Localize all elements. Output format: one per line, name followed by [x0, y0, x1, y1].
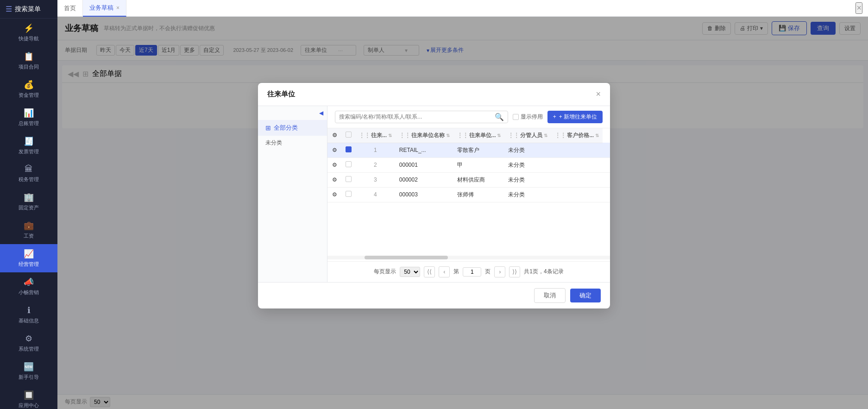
row-code: 000003: [396, 187, 453, 202]
sidebar-item-salary[interactable]: 💼 工资: [0, 216, 57, 244]
tab-home[interactable]: 首页: [57, 0, 83, 17]
per-page-select[interactable]: 50: [400, 267, 420, 277]
row-checkbox[interactable]: [341, 172, 355, 187]
sidebar-item-guide[interactable]: 🆕 新手引导: [0, 357, 57, 385]
sidebar-item-label: 系统管理: [19, 346, 39, 352]
project-icon: 📋: [24, 51, 34, 62]
quick-nav-icon: ⚡: [24, 23, 34, 33]
last-page-btn[interactable]: ⟩⟩: [509, 266, 520, 277]
modal-scrollbar[interactable]: [327, 256, 610, 259]
row-manager: [551, 157, 603, 172]
row-price: [603, 187, 610, 202]
row-checkbox[interactable]: [341, 187, 355, 202]
row-price: [603, 172, 610, 187]
sidebar-item-marketing[interactable]: 📣 小畅营销: [0, 272, 57, 301]
row-checkbox[interactable]: [341, 143, 355, 157]
per-page-label: 每页显示: [374, 268, 396, 276]
sidebar-item-system[interactable]: ⚙ 系统管理: [0, 329, 57, 357]
sidebar-item-label: 工资: [24, 233, 34, 239]
row-select-checkbox[interactable]: [346, 176, 352, 182]
modal-table: ⚙ ⋮⋮往来... ⇅ ⋮⋮往来单位名称 ⇅ ⋮⋮往来单位... ⇅ ⋮⋮分管人…: [327, 128, 610, 254]
modal-header: 往来单位 ×: [258, 83, 610, 106]
inactive-checkbox[interactable]: [513, 114, 519, 120]
system-icon: ⚙: [25, 333, 32, 344]
topbar: 首页 业务草稿 × ×: [57, 0, 868, 17]
col-check: [341, 128, 355, 143]
category-unclassified[interactable]: 未分类: [258, 136, 327, 150]
menu-icon: ☰: [6, 5, 12, 13]
next-page-btn[interactable]: ›: [494, 266, 505, 277]
plus-icon: +: [553, 113, 556, 120]
row-name: 材料供应商: [453, 172, 505, 187]
confirm-button[interactable]: 确定: [570, 289, 601, 302]
sidebar-item-project-contract[interactable]: 📋 项目合同: [0, 47, 57, 75]
sidebar-item-fixed-assets[interactable]: 🏢 固定资产: [0, 188, 57, 216]
sidebar-item-app-center[interactable]: 🔲 应用中心: [0, 385, 57, 409]
sidebar-item-fund-management[interactable]: 💰 资金管理: [0, 75, 57, 103]
search-input-wrap[interactable]: 🔍: [335, 111, 508, 123]
page-label: 第: [453, 268, 459, 276]
sidebar-item-label: 应用中心: [19, 402, 39, 409]
modal-close-button[interactable]: ×: [596, 89, 601, 99]
sidebar-item-quick-nav[interactable]: ⚡ 快捷导航: [0, 19, 57, 47]
sidebar-item-invoice[interactable]: 🧾 发票管理: [0, 132, 57, 160]
sidebar-item-label: 经营管理: [19, 261, 39, 268]
table-row[interactable]: ⚙ 1 RETAIL_... 零散客户 未分类: [327, 143, 610, 157]
salary-icon: 💼: [24, 220, 34, 231]
select-all-checkbox[interactable]: [346, 132, 352, 138]
search-input[interactable]: [339, 113, 495, 120]
sidebar-logo-label: 搜索菜单: [15, 5, 41, 13]
sidebar-logo[interactable]: ☰ 搜索菜单: [0, 0, 57, 19]
row-select-checkbox[interactable]: [346, 146, 352, 152]
modal-scrollbar-thumb[interactable]: [365, 256, 448, 259]
sidebar-item-label: 新手引导: [19, 374, 39, 381]
modal-footer: 取消 确定: [258, 282, 610, 308]
modal-left-panel: ◀ ⊞ 全部分类 未分类: [258, 106, 327, 282]
row-code: 000001: [396, 157, 453, 172]
row-settings[interactable]: ⚙: [327, 187, 341, 202]
row-num: 2: [355, 157, 396, 172]
invoice-icon: 🧾: [24, 136, 34, 146]
row-num: 4: [355, 187, 396, 202]
category-all-item[interactable]: ⊞ 全部分类: [258, 120, 327, 136]
sidebar-item-tax[interactable]: 🏛 税务管理: [0, 160, 57, 188]
app-center-icon: 🔲: [24, 390, 34, 400]
page-number-input[interactable]: [463, 267, 481, 277]
collapse-left-icon: ◀: [319, 110, 323, 116]
col-name: ⋮⋮往来单位名称 ⇅: [396, 128, 453, 143]
sidebar-item-operations[interactable]: 📈 经营管理: [0, 244, 57, 272]
row-select-checkbox[interactable]: [346, 191, 352, 197]
row-settings[interactable]: ⚙: [327, 172, 341, 187]
basic-info-icon: ℹ: [27, 305, 31, 315]
table-row[interactable]: ⚙ 4 000003 张师傅 未分类: [327, 187, 610, 202]
row-manager: [551, 172, 603, 187]
table-row[interactable]: ⚙ 3 000002 材料供应商 未分类: [327, 172, 610, 187]
cancel-button[interactable]: 取消: [534, 288, 566, 303]
sidebar: ☰ 搜索菜单 ⚡ 快捷导航 📋 项目合同 💰 资金管理 📊 总账管理 🧾 发票管…: [0, 0, 57, 409]
add-customer-button[interactable]: + + 新增往来单位: [547, 111, 603, 123]
row-name: 甲: [453, 157, 505, 172]
table-row[interactable]: ⚙ 2 000001 甲 未分类: [327, 157, 610, 172]
tab-draft-close[interactable]: ×: [116, 5, 120, 11]
prev-page-btn[interactable]: ‹: [439, 266, 450, 277]
modal-right-panel: 🔍 显示停用 + + 新增往来单位 ⚙: [327, 106, 610, 282]
pagination: 每页显示 50 ⟨⟨ ‹ 第 页 › ⟩⟩ 共1页，4条记录: [327, 261, 610, 282]
row-settings[interactable]: ⚙: [327, 157, 341, 172]
row-checkbox[interactable]: [341, 157, 355, 172]
tab-draft[interactable]: 业务草稿 ×: [83, 0, 126, 17]
sidebar-item-label: 快捷导航: [19, 35, 39, 42]
sidebar-item-accounts[interactable]: 📊 总账管理: [0, 103, 57, 132]
show-inactive-label: 显示停用: [521, 113, 543, 121]
party-modal: 往来单位 × ◀ ⊞ 全部分类 未分类 🔍: [258, 83, 610, 308]
show-inactive-toggle[interactable]: 显示停用: [513, 113, 543, 121]
row-name: 零散客户: [453, 143, 505, 157]
row-category: 未分类: [504, 143, 551, 157]
topbar-close-button[interactable]: ×: [855, 2, 862, 14]
sidebar-item-basic-info[interactable]: ℹ 基础信息: [0, 301, 57, 329]
row-settings[interactable]: ⚙: [327, 143, 341, 157]
col-price: ⋮⋮客户价格... ⇅: [551, 128, 603, 143]
row-select-checkbox[interactable]: [346, 161, 352, 167]
left-panel-toggle[interactable]: ◀: [258, 110, 327, 120]
first-page-btn[interactable]: ⟨⟨: [424, 266, 435, 277]
tax-icon: 🏛: [25, 164, 33, 174]
